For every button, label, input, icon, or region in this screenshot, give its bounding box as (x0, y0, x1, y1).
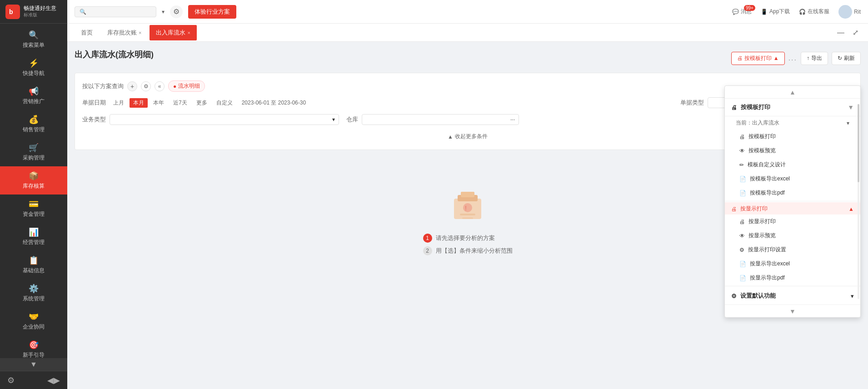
sidebar-item-inventory[interactable]: 📦 库存核算 (0, 166, 67, 194)
message-btn[interactable]: 💬 消息 99+ (732, 8, 752, 15)
dropdown-item-template-custom[interactable]: ✏ 模板自定义设计 (725, 158, 860, 172)
headset-icon: 🎧 (799, 9, 806, 15)
user-menu[interactable]: Rit (838, 5, 861, 19)
tab-minimize-btn[interactable]: — (835, 27, 846, 38)
sidebar-item-label: 经营管理 (23, 239, 45, 246)
industry-solution-btn[interactable]: 体验行业方案 (188, 5, 236, 19)
sidebar-item-label: 搜索菜单 (23, 41, 45, 49)
enterprise-icon: 🤝 (29, 312, 39, 322)
sidebar-item-finance[interactable]: 💳 资金管理 (0, 194, 67, 223)
printer-dropdown-icon: 🖨 (731, 104, 737, 111)
dropdown-title-text: 按模板打印 (741, 103, 770, 111)
tab-batch-account-close[interactable]: × (139, 30, 141, 35)
template-print-item-label: 按模板打印 (748, 133, 776, 140)
filter-warehouse-select[interactable]: ··· (362, 114, 519, 125)
sidebar-item-basic[interactable]: 📋 基础信息 (0, 251, 67, 279)
finance-icon: 💳 (29, 199, 39, 209)
system-icon: ⚙️ (29, 284, 39, 294)
svg-point-4 (463, 203, 472, 212)
tab-batch-account[interactable]: 库存批次账 × (101, 25, 148, 40)
dropdown-item-display-excel[interactable]: 📄 按显示导出excel (725, 257, 860, 271)
dropdown-section-template[interactable]: 🖨 按模板打印 ▼ (725, 99, 860, 116)
sidebar-scroll-down[interactable]: ▼ (0, 358, 67, 371)
sidebar-item-system[interactable]: ⚙️ 系统管理 (0, 279, 67, 307)
filter-date-label: 单据日期 (82, 99, 106, 107)
online-service-btn[interactable]: 🎧 在线客服 (799, 8, 829, 15)
dropdown-scroll-down[interactable]: ▼ (725, 304, 860, 317)
sidebar-item-label: 新手引导 (23, 351, 45, 358)
template-excel-item-label: 按模板导出excel (750, 175, 790, 183)
dropdown-item-template-pdf[interactable]: 📄 按模板导出pdf (725, 186, 860, 200)
dropdown-scroll-up[interactable]: ▲ (725, 86, 860, 99)
sidebar-item-search[interactable]: 🔍 搜索菜单 (0, 25, 67, 54)
filter-business-select[interactable]: ▾ (110, 114, 339, 125)
filter-date-field: 单据日期 上月 本月 本年 近7天 更多 自定义 2023-06-01 至 20… (82, 98, 673, 108)
sidebar-nav: 🔍 搜索菜单 ⚡ 快捷导航 📢 营销推广 💰 销售管理 🛒 采购管理 📦 库存核… (0, 24, 67, 358)
date-option-custom[interactable]: 自定义 (213, 98, 236, 108)
filter-warehouse-label: 仓库 (346, 115, 358, 124)
filter-chip-flow[interactable]: ● 流水明细 (168, 80, 205, 92)
sidebar-item-quick-nav[interactable]: ⚡ 快捷导航 (0, 54, 67, 82)
template-custom-item-label: 模板自定义设计 (748, 161, 786, 169)
empty-steps: 1 请先选择要分析的方案 2 用【选】条件来缩小分析范围 (423, 234, 513, 255)
filter-settings-btn[interactable]: ⚙ (141, 81, 151, 91)
collapse-icon[interactable]: ◀▶ (47, 375, 60, 385)
display-section-arrow: ▲ (848, 206, 854, 212)
dropdown-item-template-excel[interactable]: 📄 按模板导出excel (725, 172, 860, 186)
filter-add-btn[interactable]: + (127, 81, 137, 91)
dropdown-item-template-print[interactable]: 🖨 按模板打印 (725, 130, 860, 144)
display-print-icon: 🖨 (739, 219, 745, 225)
app-download-btn[interactable]: 📱 App下载 (761, 8, 790, 15)
dropdown-item-template-preview[interactable]: 👁 按模板预览 (725, 144, 860, 158)
toolbar-dots[interactable]: ... (788, 54, 797, 62)
operations-icon: 📊 (29, 227, 39, 237)
top-toolbar: 🖨 按模板打印 ▲ ... ↑ 导出 ↻ 刷新 (731, 52, 861, 65)
step-2-text: 用【选】条件来缩小分析范围 (436, 247, 513, 255)
header-search[interactable]: 🔍 (75, 6, 156, 17)
tab-maximize-btn[interactable]: ⤢ (850, 27, 861, 38)
sidebar-item-sales[interactable]: 💰 销售管理 (0, 110, 67, 138)
header-dropdown[interactable]: ▾ (162, 9, 165, 15)
tab-batch-account-label: 库存批次账 (107, 29, 137, 37)
svg-rect-7 (462, 217, 473, 219)
dropdown-scrollbar-thumb[interactable] (858, 104, 859, 182)
dropdown-item-display-print[interactable]: 🖨 按显示打印 (725, 214, 860, 229)
date-range-display: 2023-06-01 至 2023-06-30 (242, 99, 306, 107)
dropdown-item-display-pdf[interactable]: 📄 按显示导出pdf (725, 271, 860, 285)
settings-icon[interactable]: ⚙ (7, 375, 15, 385)
search-input-icon: 🔍 (80, 9, 86, 15)
set-default-arrow: ▾ (851, 293, 854, 299)
sidebar-item-guide[interactable]: 🎯 新手引导 (0, 335, 67, 358)
date-option-this-month[interactable]: 本月 (130, 98, 148, 108)
filter-collapse-toggle[interactable]: « (155, 81, 165, 91)
chip-icon: ● (173, 83, 176, 90)
dropdown-item-display-preview[interactable]: 👁 按显示预览 (725, 229, 860, 243)
sidebar-item-marketing[interactable]: 📢 营销推广 (0, 82, 67, 110)
user-avatar (838, 5, 852, 19)
date-option-last-7-days[interactable]: 近7天 (170, 98, 191, 108)
search-nav-icon: 🔍 (29, 30, 39, 40)
template-preview-item-label: 按模板预览 (748, 147, 776, 155)
sidebar-item-operations[interactable]: 📊 经营管理 (0, 223, 67, 251)
tab-inventory-flow[interactable]: 出入库流水 × (150, 25, 196, 40)
dropdown-collapse-arrow[interactable]: ▼ (848, 104, 854, 111)
sidebar-item-label: 资金管理 (23, 210, 45, 218)
tab-inventory-flow-close[interactable]: × (187, 30, 190, 35)
refresh-label: 刷新 (844, 55, 855, 62)
header-settings-btn[interactable]: ⚙ (170, 5, 183, 18)
date-option-last-month[interactable]: 上月 (110, 98, 128, 108)
dropdown-item-display-print-settings[interactable]: ⚙ 按显示打印设置 (725, 243, 860, 257)
quick-nav-icon: ⚡ (29, 58, 39, 68)
dropdown-section-display[interactable]: 🖨 按显示打印 ▲ (725, 202, 860, 214)
sidebar-item-enterprise[interactable]: 🤝 企业协同 (0, 307, 67, 335)
sidebar-item-purchase[interactable]: 🛒 采购管理 (0, 138, 67, 166)
filter-business-label: 业务类型 (82, 115, 106, 124)
refresh-btn[interactable]: ↻ 刷新 (832, 52, 861, 65)
dropdown-item-set-default[interactable]: ⚙ 设置默认功能 ▾ (725, 287, 860, 304)
template-print-btn[interactable]: 🖨 按模板打印 ▲ (731, 52, 785, 65)
date-option-more[interactable]: 更多 (193, 98, 211, 108)
export-btn[interactable]: ↑ 导出 (801, 52, 828, 65)
date-option-this-year[interactable]: 本年 (150, 98, 168, 108)
empty-illustration: ! (445, 183, 490, 228)
tab-home[interactable]: 首页 (75, 25, 99, 40)
